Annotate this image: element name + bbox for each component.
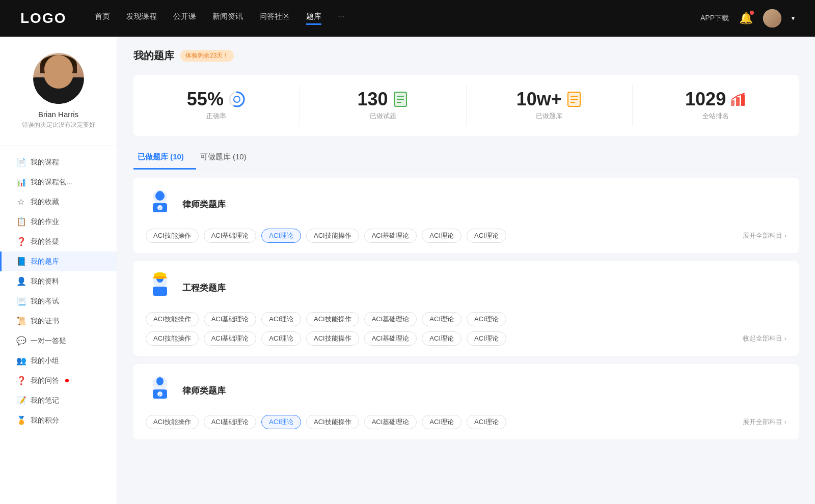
tag[interactable]: ACI技能操作 bbox=[146, 331, 199, 346]
accuracy-progress-icon bbox=[228, 90, 246, 108]
app-download[interactable]: APP下载 bbox=[700, 14, 729, 23]
tag[interactable]: ACI理论 bbox=[422, 415, 461, 429]
page-header: 我的题库 体验剩余23天！ bbox=[133, 49, 799, 63]
expand-button[interactable]: 展开全部科目 › bbox=[743, 417, 786, 427]
done-questions-icon bbox=[392, 91, 409, 107]
svg-rect-25 bbox=[153, 287, 167, 296]
tag[interactable]: ACI理论 bbox=[422, 331, 461, 346]
tag[interactable]: ACI理论 bbox=[467, 331, 506, 346]
sidebar-item-question-bank[interactable]: 📘 我的题库 bbox=[0, 251, 117, 271]
nav-discover[interactable]: 发现课程 bbox=[126, 12, 157, 25]
tag[interactable]: ACI技能操作 bbox=[306, 229, 359, 243]
stat-done-top: 130 bbox=[358, 90, 409, 108]
stat-ranking: 1029 全站排名 bbox=[633, 85, 799, 126]
sidebar-item-points[interactable]: 🏅 我的积分 bbox=[0, 410, 117, 430]
sidebar-item-notes[interactable]: 📝 我的笔记 bbox=[0, 390, 117, 410]
tag[interactable]: ACI基础理论 bbox=[364, 331, 417, 346]
tag[interactable]: ACI基础理论 bbox=[364, 312, 417, 326]
tag[interactable]: ACI理论 bbox=[422, 229, 461, 243]
lawyer2-icon: ✓ bbox=[146, 374, 174, 407]
nav-home[interactable]: 首页 bbox=[95, 12, 110, 25]
username: Brian Harris bbox=[38, 110, 78, 119]
tag[interactable]: ACI基础理论 bbox=[364, 415, 417, 429]
tag[interactable]: ACI技能操作 bbox=[146, 312, 199, 326]
sidebar-item-my-questions[interactable]: ❓ 我的问答 bbox=[0, 371, 117, 390]
tag[interactable]: ACI技能操作 bbox=[306, 415, 359, 429]
question-bank-icon: 📘 bbox=[16, 257, 25, 266]
sidebar-label: 我的课程 bbox=[31, 158, 59, 167]
tag[interactable]: ACI技能操作 bbox=[306, 331, 359, 346]
nav-question-bank[interactable]: 题库 bbox=[306, 12, 321, 25]
stat-banks-top: 10w+ bbox=[517, 90, 582, 108]
tag[interactable]: ACI理论 bbox=[467, 415, 506, 429]
tab-done-banks[interactable]: 已做题库 (10) bbox=[133, 148, 196, 170]
sidebar-label: 我的答疑 bbox=[31, 237, 59, 246]
sidebar-divider bbox=[0, 146, 117, 146]
tab-available-banks[interactable]: 可做题库 (10) bbox=[196, 148, 259, 170]
sidebar-item-my-courses[interactable]: 📄 我的课程 bbox=[0, 152, 117, 172]
svg-point-19 bbox=[156, 191, 164, 199]
sidebar-item-certificate[interactable]: 📜 我的证书 bbox=[0, 311, 117, 331]
tag[interactable]: ACI基础理论 bbox=[204, 331, 257, 346]
expand-button[interactable]: 展开全部科目 › bbox=[743, 231, 786, 240]
nav-qa[interactable]: 问答社区 bbox=[259, 12, 290, 25]
sidebar-item-exam[interactable]: 📃 我的考试 bbox=[0, 291, 117, 311]
tag[interactable]: ACI基础理论 bbox=[364, 229, 417, 243]
tag[interactable]: ACI基础理论 bbox=[204, 229, 257, 243]
tag-selected[interactable]: ACI理论 bbox=[261, 415, 301, 429]
tag-selected[interactable]: ACI理论 bbox=[261, 229, 301, 243]
done-banks-label: 已做题库 bbox=[536, 111, 562, 121]
tag[interactable]: ACI理论 bbox=[467, 312, 506, 326]
avatar-wrapper[interactable] bbox=[33, 53, 84, 104]
stat-done-banks: 10w+ 已做题库 bbox=[467, 85, 633, 126]
stat-ranking-top: 1029 bbox=[685, 90, 746, 108]
sidebar-item-one-on-one[interactable]: 💬 一对一答疑 bbox=[0, 331, 117, 351]
tag[interactable]: ACI基础理论 bbox=[204, 312, 257, 326]
sidebar-item-group[interactable]: 👥 我的小组 bbox=[0, 351, 117, 371]
ranking-label: 全站排名 bbox=[702, 111, 729, 121]
notification-bell[interactable]: 🔔 bbox=[739, 12, 753, 25]
profile-area: Brian Harris 错误的决定比没有决定要好 bbox=[0, 53, 117, 139]
tag[interactable]: ACI理论 bbox=[261, 331, 301, 346]
stat-accuracy-top: 55% bbox=[187, 90, 246, 108]
lawyer2-tags-row: ACI技能操作 ACI基础理论 ACI理论 ACI技能操作 ACI基础理论 AC… bbox=[146, 415, 786, 429]
done-banks-value: 10w+ bbox=[517, 90, 562, 108]
sidebar-item-course-package[interactable]: 📊 我的课程包... bbox=[0, 172, 117, 192]
done-questions-label: 已做试题 bbox=[370, 111, 396, 121]
nav-more[interactable]: ··· bbox=[338, 12, 344, 25]
nav-links: 首页 发现课程 公开课 新闻资讯 问答社区 题库 ··· bbox=[95, 12, 684, 25]
sidebar-label: 我的证书 bbox=[31, 317, 59, 326]
engineer1-tags-multirow: ACI技能操作 ACI基础理论 ACI理论 ACI技能操作 ACI基础理论 AC… bbox=[146, 312, 786, 346]
tag[interactable]: ACI理论 bbox=[261, 312, 301, 326]
sidebar-item-homework[interactable]: 📋 我的作业 bbox=[0, 212, 117, 232]
nav-open-course[interactable]: 公开课 bbox=[173, 12, 196, 25]
sidebar-label: 我的问答 bbox=[31, 376, 59, 385]
svg-point-2 bbox=[234, 96, 240, 102]
course-package-icon: 📊 bbox=[16, 177, 25, 187]
accuracy-value: 55% bbox=[187, 90, 224, 108]
logo: LOGO bbox=[20, 10, 66, 26]
sidebar-label: 一对一答疑 bbox=[31, 337, 66, 346]
tag[interactable]: ACI基础理论 bbox=[204, 415, 257, 429]
favorites-icon: ☆ bbox=[16, 197, 25, 207]
sidebar-item-favorites[interactable]: ☆ 我的收藏 bbox=[0, 192, 117, 212]
certificate-icon: 📜 bbox=[16, 316, 25, 326]
one-on-one-icon: 💬 bbox=[16, 336, 25, 346]
stats-row: 55% 正确率 130 bbox=[133, 75, 799, 136]
tag[interactable]: ACI技能操作 bbox=[146, 229, 199, 243]
sidebar-item-qa[interactable]: ❓ 我的答疑 bbox=[0, 232, 117, 251]
nav-right: APP下载 🔔 ▾ bbox=[700, 9, 795, 27]
user-avatar-nav[interactable] bbox=[763, 9, 781, 27]
svg-text:✓: ✓ bbox=[158, 207, 161, 210]
tag[interactable]: ACI理论 bbox=[422, 312, 461, 326]
lawyer2-title: 律师类题库 bbox=[182, 385, 226, 397]
collapse-button[interactable]: 收起全部科目 › bbox=[743, 334, 786, 343]
svg-point-28 bbox=[153, 276, 167, 279]
user-dropdown-arrow[interactable]: ▾ bbox=[792, 15, 795, 22]
bank-card-engineer1-header: 工程类题库 bbox=[146, 271, 786, 304]
tag[interactable]: ACI技能操作 bbox=[306, 312, 359, 326]
tag[interactable]: ACI理论 bbox=[467, 229, 506, 243]
sidebar-item-profile[interactable]: 👤 我的资料 bbox=[0, 271, 117, 291]
tag[interactable]: ACI技能操作 bbox=[146, 415, 199, 429]
nav-news[interactable]: 新闻资讯 bbox=[212, 12, 243, 25]
